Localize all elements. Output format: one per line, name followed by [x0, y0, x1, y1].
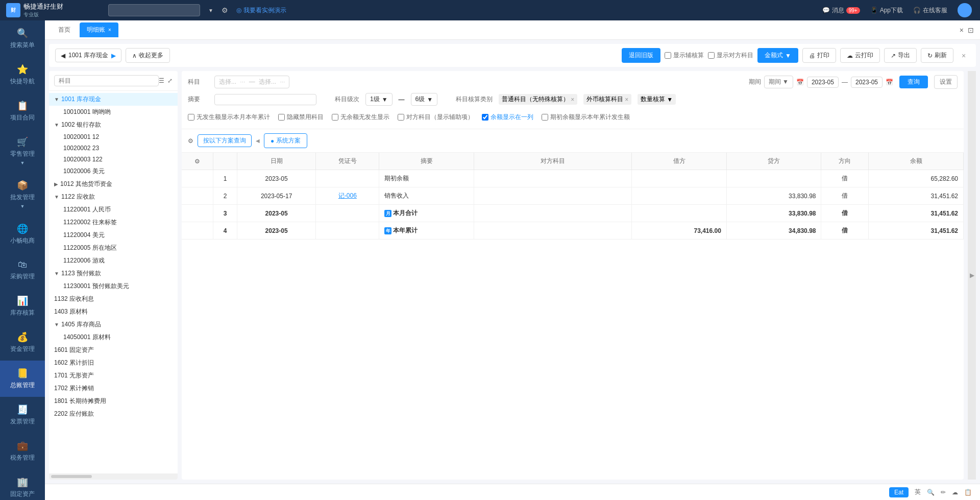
- cb-contra[interactable]: 对方科目（显示辅助项）: [398, 113, 474, 122]
- tree-search-input[interactable]: [54, 75, 159, 86]
- sidebar-item-purchase[interactable]: 🛍 采购管理: [0, 252, 45, 288]
- period-start[interactable]: 2023-05: [807, 77, 839, 88]
- system-scheme-btn[interactable]: ● 系统方案: [264, 133, 307, 148]
- filter-settings-btn[interactable]: 设置: [934, 75, 958, 89]
- tree-item-14050001[interactable]: 14050001 原材料: [49, 331, 178, 344]
- query-scheme-icon[interactable]: ⚙: [188, 137, 193, 145]
- tree-item-1405[interactable]: ▼ 1405 库存商品: [49, 318, 178, 331]
- refresh-btn[interactable]: ↻ 刷新: [921, 48, 953, 63]
- sidebar-item-invoice[interactable]: 🧾 发票管理: [0, 397, 45, 433]
- bottom-eat-btn[interactable]: Eat: [889, 487, 909, 497]
- tree-item-11220004[interactable]: 11220004 美元: [49, 229, 178, 242]
- amount-mode-btn[interactable]: 金额式 ▼: [757, 48, 798, 63]
- tree-item-10020006[interactable]: 10020006 美元: [49, 165, 178, 178]
- tree-item-1132[interactable]: 1132 应收利息: [49, 293, 178, 305]
- cb-balance-col-check[interactable]: [482, 114, 488, 121]
- expand-more-btn[interactable]: ∧ 收起更多: [126, 48, 170, 63]
- bottom-lang-item[interactable]: 英: [915, 488, 921, 496]
- tree-arrow-1012[interactable]: ▶: [54, 181, 58, 187]
- search-dropdown-icon[interactable]: ▼: [208, 8, 213, 13]
- show-aux-check[interactable]: [665, 52, 671, 59]
- back-old-version-btn[interactable]: 退回旧版: [622, 48, 660, 63]
- tree-item-1801[interactable]: 1801 长期待摊费用: [49, 395, 178, 408]
- cb-opening-check[interactable]: [542, 114, 548, 121]
- show-contra-check[interactable]: [708, 52, 715, 59]
- sidebar-item-search[interactable]: 🔍 搜索菜单: [0, 20, 45, 57]
- tree-item-1601[interactable]: 1601 固定资产: [49, 344, 178, 356]
- cb-no-balance[interactable]: 无发生额显示本月本年累计: [188, 113, 270, 122]
- sidebar-item-inventory[interactable]: 📊 库存核算: [0, 288, 45, 324]
- th-settings[interactable]: ⚙: [182, 153, 213, 170]
- top-search-input[interactable]: [108, 4, 200, 16]
- cloud-print-btn[interactable]: ☁ 云打印: [840, 48, 880, 63]
- tree-arrow-1002[interactable]: ▼: [54, 122, 59, 128]
- tree-item-10020001[interactable]: 10020001 12: [49, 131, 178, 142]
- window-maximize-btn[interactable]: ⊡: [968, 26, 974, 34]
- tree-item-10010001[interactable]: 10010001 哟哟哟: [49, 106, 178, 118]
- cb-balance-col[interactable]: 余额显示在一列: [482, 113, 533, 122]
- tree-item-11230001[interactable]: 11230001 预付账款美元: [49, 280, 178, 293]
- sidebar-item-project[interactable]: 📋 项目合同: [0, 93, 45, 129]
- level-from-select[interactable]: 1级 ▼: [365, 93, 393, 106]
- tree-item-10020002[interactable]: 10020002 23: [49, 142, 178, 154]
- sidebar-item-tax[interactable]: 💼 税务管理: [0, 433, 45, 469]
- tree-item-1403[interactable]: 1403 原材料: [49, 305, 178, 318]
- period-end-cal-icon[interactable]: 📅: [886, 79, 893, 86]
- bottom-search-item[interactable]: 🔍: [927, 489, 935, 496]
- tree-arrow-1122[interactable]: ▼: [54, 194, 59, 200]
- user-avatar[interactable]: [958, 3, 974, 17]
- close-panel-btn[interactable]: ×: [958, 50, 970, 62]
- tag-foreign-close[interactable]: ×: [625, 96, 628, 103]
- bottom-cloud-item[interactable]: ☁: [952, 489, 958, 496]
- sidebar-item-ecommerce[interactable]: 🌐 小畅电商: [0, 216, 45, 252]
- top-settings-icon[interactable]: ⚙: [222, 6, 228, 14]
- cb-contra-check[interactable]: [398, 114, 404, 121]
- export-btn[interactable]: ↗ 导出: [884, 48, 917, 63]
- right-collapse-handle[interactable]: ▶: [968, 71, 976, 480]
- sidebar-item-wholesale[interactable]: 📦 批发管理 ▼: [0, 173, 45, 216]
- tree-item-2202[interactable]: 2202 应付账款: [49, 408, 178, 420]
- sidebar-item-quicknav[interactable]: ⭐ 快捷导航: [0, 57, 45, 93]
- expand-tree-icon[interactable]: ⤢: [167, 77, 173, 84]
- table-settings-icon[interactable]: ⚙: [194, 158, 200, 165]
- tree-item-11220001[interactable]: 11220001 人民币: [49, 203, 178, 216]
- tree-item-1123[interactable]: ▼ 1123 预付账款: [49, 267, 178, 280]
- tree-item-1002[interactable]: ▼ 1002 银行存款: [49, 118, 178, 131]
- tree-item-11220006[interactable]: 11220006 游戏: [49, 254, 178, 267]
- tree-item-1702[interactable]: 1702 累计摊销: [49, 382, 178, 395]
- period-end[interactable]: 2023-05: [851, 77, 883, 88]
- tree-horizontal-scrollbar[interactable]: [49, 473, 178, 480]
- tree-item-11220005[interactable]: 11220005 所在地区: [49, 242, 178, 254]
- demo-link[interactable]: ◎ 我要看实例演示: [236, 6, 286, 15]
- sidebar-item-capital[interactable]: 💰 资金管理: [0, 324, 45, 361]
- tab-home[interactable]: 首页: [51, 22, 78, 37]
- bottom-edit-item[interactable]: ✏: [941, 489, 946, 496]
- tab-detail[interactable]: 明细账 ×: [80, 22, 118, 37]
- summary-filter-input[interactable]: [214, 94, 316, 105]
- tab-close-icon[interactable]: ×: [108, 27, 111, 33]
- period-mode-dropdown[interactable]: 期间 ▼: [764, 76, 793, 88]
- cb-opening[interactable]: 期初余额显示本年累计发生额: [542, 113, 630, 122]
- cb-hide-disabled-check[interactable]: [278, 114, 285, 121]
- tree-item-1001[interactable]: ▼ 1001 库存现金: [49, 93, 178, 106]
- query-btn[interactable]: 查询: [899, 76, 928, 88]
- tree-arrow-1123[interactable]: ▼: [54, 271, 59, 276]
- level-to-select[interactable]: 6级 ▼: [411, 93, 438, 106]
- show-aux-checkbox[interactable]: 显示辅核算: [665, 51, 704, 60]
- message-btn[interactable]: 💬 消息 99+: [822, 6, 860, 15]
- online-service-btn[interactable]: 🎧 在线客服: [913, 6, 947, 15]
- window-close-btn[interactable]: ×: [960, 26, 964, 34]
- tree-item-1701[interactable]: 1701 无形资产: [49, 369, 178, 382]
- subject-filter-input[interactable]: 选择... ··· — 选择... ···: [214, 76, 289, 88]
- tree-item-10020003[interactable]: 10020003 122: [49, 154, 178, 165]
- sidebar-item-assets[interactable]: 🏢 固定资产: [0, 469, 45, 500]
- cb-no-balance2[interactable]: 无余额无发生显示: [332, 113, 389, 122]
- bottom-clipboard-item[interactable]: 📋: [964, 489, 972, 496]
- tag-quantity-dropdown-icon[interactable]: ▼: [667, 96, 673, 103]
- tree-item-11220002[interactable]: 11220002 往来标签: [49, 216, 178, 229]
- period-cal-icon[interactable]: 📅: [796, 79, 804, 86]
- tree-item-1122[interactable]: ▼ 1122 应收款: [49, 191, 178, 203]
- tag-normal-close[interactable]: ×: [571, 96, 574, 103]
- subject-selector[interactable]: ◀ 1001 库存现金 ▶: [55, 49, 121, 62]
- list-view-icon[interactable]: ☰: [159, 77, 164, 84]
